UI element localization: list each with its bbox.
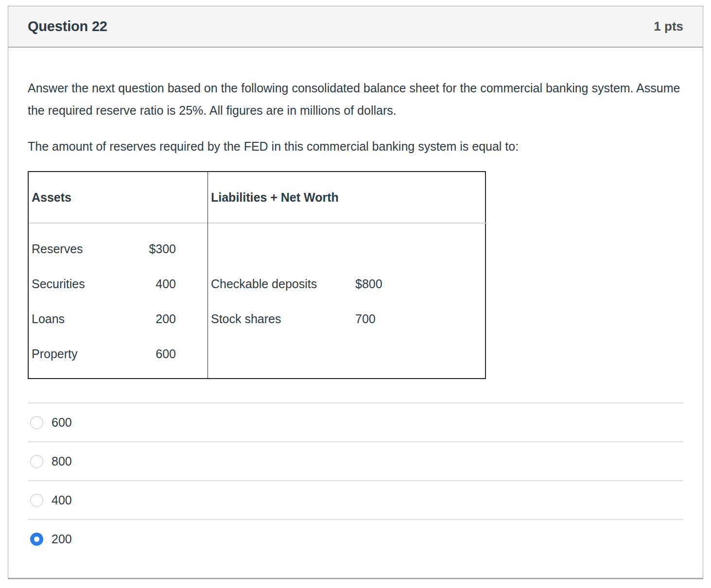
asset-label: Securities (32, 277, 85, 291)
question-text: Answer the next question based on the fo… (28, 77, 683, 157)
asset-label: Reserves (32, 242, 83, 256)
table-row: Securities 400 (32, 266, 176, 301)
radio-button-icon[interactable] (30, 494, 43, 507)
answer-option-label[interactable]: 400 (52, 493, 72, 507)
asset-label: Loans (32, 312, 65, 326)
liability-value: $800 (355, 277, 382, 291)
question-paragraph-1: Answer the next question based on the fo… (28, 77, 683, 121)
asset-label: Property (32, 347, 77, 361)
question-paragraph-2: The amount of reserves required by the F… (28, 135, 683, 157)
asset-value: $300 (149, 242, 176, 256)
balance-sheet-table: Assets Reserves $300 Securities 400 Loan… (28, 171, 486, 379)
question-points: 1 pts (654, 19, 683, 34)
radio-button-icon[interactable] (30, 533, 43, 546)
table-row (211, 231, 484, 266)
question-title: Question 22 (28, 18, 107, 35)
asset-value: 200 (156, 312, 176, 326)
assets-column-header: Assets (29, 172, 208, 224)
liability-label: Checkable deposits (211, 277, 355, 291)
answer-option-400[interactable]: 400 (28, 480, 683, 519)
table-row: Loans 200 (32, 301, 176, 336)
quiz-page: Question 22 1 pts Answer the next questi… (0, 0, 711, 588)
table-row: Checkable deposits $800 (211, 266, 484, 301)
table-row: Stock shares 700 (211, 301, 484, 336)
answer-option-600[interactable]: 600 (28, 402, 683, 441)
table-row (211, 336, 484, 371)
answer-option-label[interactable]: 600 (52, 415, 72, 430)
table-row: Property 600 (32, 336, 176, 371)
answer-option-200[interactable]: 200 (28, 519, 683, 558)
question-panel: Question 22 1 pts Answer the next questi… (8, 6, 703, 579)
liability-value: 700 (355, 312, 376, 326)
answer-option-label[interactable]: 200 (52, 532, 72, 546)
asset-value: 600 (156, 347, 176, 361)
liability-label: Stock shares (211, 312, 355, 326)
liabilities-cell: Checkable deposits $800 Stock shares 700 (208, 224, 487, 378)
liabilities-column-header: Liabilities + Net Worth (208, 172, 487, 224)
table-row: Reserves $300 (32, 231, 176, 266)
question-body: Answer the next question based on the fo… (8, 48, 703, 577)
asset-value: 400 (156, 277, 176, 291)
question-header: Question 22 1 pts (8, 6, 703, 48)
assets-column: Assets Reserves $300 Securities 400 Loan… (29, 172, 208, 378)
answer-option-label[interactable]: 800 (52, 454, 72, 468)
liabilities-column: Liabilities + Net Worth Checkable deposi… (208, 172, 487, 378)
answer-option-800[interactable]: 800 (28, 441, 683, 480)
radio-button-icon[interactable] (30, 455, 43, 468)
radio-button-icon[interactable] (30, 416, 43, 429)
answer-options: 600 800 400 200 (28, 402, 683, 558)
assets-cell: Reserves $300 Securities 400 Loans 200 (29, 224, 208, 378)
